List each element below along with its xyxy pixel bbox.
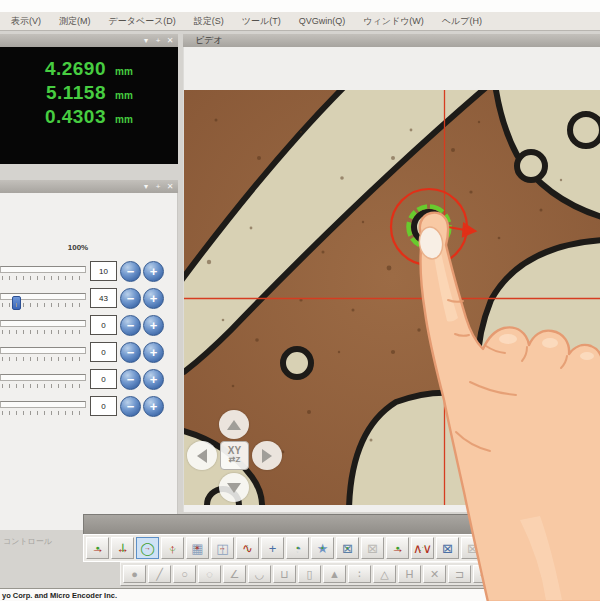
slider-track[interactable]	[0, 374, 86, 381]
shape-rect[interactable]: ▯	[298, 565, 321, 583]
increment-button[interactable]: +	[143, 396, 164, 417]
decrement-button[interactable]: −	[120, 315, 141, 336]
shape-arc[interactable]: ◡	[248, 565, 271, 583]
panel-menu-icon[interactable]: ▾	[141, 183, 151, 191]
slider-ticks	[2, 303, 84, 307]
slider-row: 0 − +	[0, 342, 177, 364]
slider-ticks	[2, 411, 84, 415]
slider-track[interactable]	[0, 347, 86, 354]
video-panel-title: ビデオ	[195, 34, 223, 47]
slider-value-field[interactable]: 0	[90, 396, 117, 416]
close-icon[interactable]: ✕	[165, 183, 175, 191]
dro-row: 4.2690 mm	[0, 58, 178, 82]
slider-row: 0 − +	[0, 369, 177, 391]
app-window: 表示(V)測定(M)データベース(D)設定(S)ツール(T)QVGwin(Q)ウ…	[0, 0, 600, 601]
pin-icon[interactable]: +	[153, 37, 163, 45]
dro-value: 5.1158	[0, 82, 106, 104]
shape-line[interactable]: ╱	[148, 565, 171, 583]
slider-row: 10 − +	[0, 261, 177, 283]
menu-item[interactable]: データベース(D)	[100, 15, 185, 28]
slider-value-field[interactable]: 43	[90, 288, 117, 308]
dock-footer-label: コントロール	[3, 536, 52, 547]
coordinate-counter-panel: 4.2690 mm 5.1158 mm 0.4303 mm	[0, 47, 178, 164]
stage-down-button[interactable]	[219, 473, 249, 502]
increment-button[interactable]: +	[143, 342, 164, 363]
dro-value: 0.4303	[0, 106, 106, 128]
shape-point[interactable]: ●	[123, 565, 146, 583]
z-label: ⇄Z	[221, 456, 248, 465]
counter-panel-titlebar[interactable]: ▾ + ✕	[0, 34, 178, 47]
menu-item[interactable]: 表示(V)	[2, 15, 50, 28]
slider-track[interactable]	[0, 320, 86, 327]
menu-item[interactable]: ウィンドウ(W)	[354, 15, 433, 28]
slider-row: 0 − +	[0, 396, 177, 418]
slider-value-field[interactable]: 0	[90, 315, 117, 335]
increment-button[interactable]: +	[143, 261, 164, 282]
stage-up-button[interactable]	[219, 410, 249, 439]
menu-item[interactable]: QVGwin(Q)	[290, 16, 355, 26]
tool-autofocus[interactable]: ↑ ◡	[161, 537, 184, 559]
slider-ticks	[2, 276, 84, 280]
slider-track[interactable]	[0, 293, 86, 300]
tool-crosshair-probe[interactable]: +	[261, 537, 284, 559]
slider-row: 43 − +	[0, 288, 177, 310]
decrement-button[interactable]: −	[120, 261, 141, 282]
shape-ellipse[interactable]: ◌	[198, 565, 221, 583]
pointing-hand-illustration	[390, 195, 600, 601]
menu-item[interactable]: ヘルプ(H)	[433, 15, 491, 28]
slider-ticks	[2, 330, 84, 334]
stage-left-button[interactable]	[187, 441, 217, 470]
dro-value: 4.2690	[0, 58, 106, 80]
menu-item[interactable]: ツール(T)	[233, 15, 290, 28]
right-arrow-icon	[262, 449, 272, 463]
tool-box-align[interactable]: ▦ ∗	[186, 537, 209, 559]
close-icon[interactable]: ✕	[165, 37, 175, 45]
copyright-text: yo Corp. and Micro Encoder Inc.	[0, 591, 117, 600]
decrement-button[interactable]: −	[120, 396, 141, 417]
dro-unit: mm	[115, 114, 133, 125]
slider-value-field[interactable]: 10	[90, 261, 117, 281]
tool-circle-detect[interactable]: ◯ →	[136, 537, 159, 559]
decrement-button[interactable]: −	[120, 342, 141, 363]
left-arrow-icon	[197, 449, 207, 463]
dro-unit: mm	[115, 90, 133, 101]
slider-panel-titlebar[interactable]: ▾ + ✕	[0, 180, 178, 193]
menu-bar: 表示(V)測定(M)データベース(D)設定(S)ツール(T)QVGwin(Q)ウ…	[0, 12, 600, 31]
percent-label: 100%	[58, 243, 98, 252]
panel-menu-icon[interactable]: ▾	[141, 37, 151, 45]
shape-points[interactable]: ∶	[348, 565, 371, 583]
down-arrow-icon	[227, 483, 241, 493]
xy-z-toggle-button[interactable]: XY ⇄Z	[220, 441, 249, 470]
menu-item[interactable]: 測定(M)	[50, 15, 100, 28]
tool-box-edge[interactable]: ◫ ↔	[211, 537, 234, 559]
menu-item[interactable]: 設定(S)	[185, 15, 233, 28]
tool-edge-crossing[interactable]: ↔ ┃	[111, 537, 134, 559]
dro-row: 5.1158 mm	[0, 82, 178, 106]
shape-cone[interactable]: ▲	[323, 565, 346, 583]
tool-box-disabled[interactable]: ⊠	[361, 537, 384, 559]
slider-value-field[interactable]: 0	[90, 342, 117, 362]
decrement-button[interactable]: −	[120, 369, 141, 390]
shape-circle[interactable]: ○	[173, 565, 196, 583]
slider-track[interactable]	[0, 266, 86, 273]
shape-slot[interactable]: ⊔	[273, 565, 296, 583]
shape-angle[interactable]: ∠	[223, 565, 246, 583]
tool-one-click-circle[interactable]: ◔ •	[286, 537, 309, 559]
increment-button[interactable]: +	[143, 369, 164, 390]
video-panel-titlebar[interactable]: ビデオ	[183, 34, 600, 47]
up-arrow-icon	[227, 420, 241, 430]
increment-button[interactable]: +	[143, 315, 164, 336]
tool-box-measure[interactable]: ⊠ •	[336, 537, 359, 559]
light-control-panel: 100% 10 − + 43	[0, 193, 178, 530]
tool-scan-path[interactable]: ∿ ⋮	[236, 537, 259, 559]
slider-row: 0 − +	[0, 315, 177, 337]
tool-pattern-detect[interactable]: ★ •	[311, 537, 334, 559]
increment-button[interactable]: +	[143, 288, 164, 309]
stage-right-button[interactable]	[252, 441, 282, 470]
slider-track[interactable]	[0, 401, 86, 408]
slider-value-field[interactable]: 0	[90, 369, 117, 389]
tool-move-stage[interactable]: → ●	[86, 537, 109, 559]
pin-icon[interactable]: +	[153, 183, 163, 191]
dro-unit: mm	[115, 66, 133, 77]
decrement-button[interactable]: −	[120, 288, 141, 309]
